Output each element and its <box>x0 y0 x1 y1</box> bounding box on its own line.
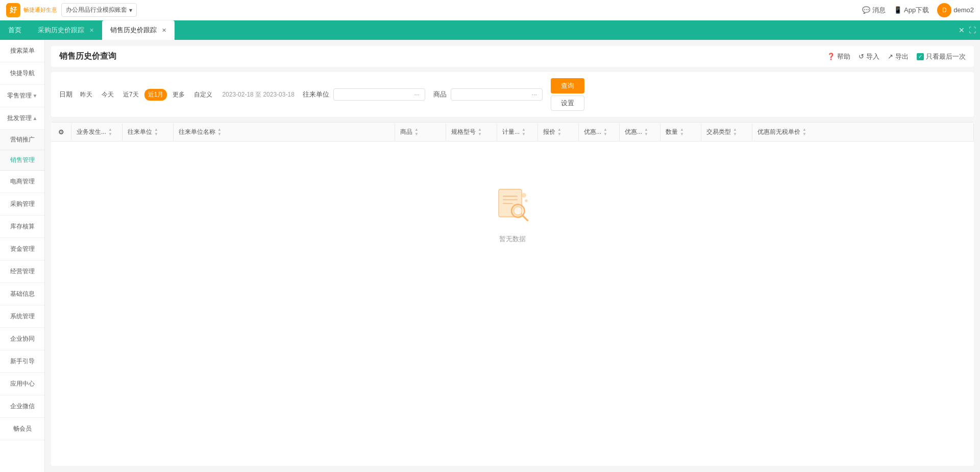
th-sort-spec: ▲ ▼ <box>478 128 482 136</box>
date-btn-yesterday[interactable]: 昨天 <box>77 89 96 101</box>
app-selector-label: 办公用品行业模拟账套 <box>66 6 127 14</box>
top-header: 好 畅捷通好生意 办公用品行业模拟账套 ▾ 💬 消息 📱 App下载 D dem… <box>0 0 980 20</box>
th-pretax-price[interactable]: 优惠前无税单价 ▲ ▼ <box>752 124 974 140</box>
tab-bar: 首页 采购历史价跟踪 ✕ 销售历史价跟踪 ✕ ✕ ⛶ <box>0 20 980 40</box>
sidebar-item-enterprise-coop[interactable]: 企业协同 <box>0 328 44 350</box>
tab-sales-history[interactable]: 销售历史价跟踪 ✕ <box>102 20 175 40</box>
sidebar-label-app-center: 应用中心 <box>10 380 35 388</box>
sidebar-item-ops[interactable]: 经营管理 <box>0 261 44 283</box>
dropdown-icon: ▾ <box>129 7 132 14</box>
sidebar-label-basic-info: 基础信息 <box>10 290 35 298</box>
import-label: 导入 <box>866 52 879 61</box>
sidebar-label-quick-nav: 快捷导航 <box>10 69 35 78</box>
help-btn[interactable]: ❓ 帮助 <box>827 52 850 61</box>
th-trade-type-label: 交易类型 <box>706 128 731 136</box>
th-unit[interactable]: 计量... ▲ ▼ <box>497 124 538 140</box>
th-business-date[interactable]: 业务发生... ▲ ▼ <box>71 124 122 140</box>
th-quote[interactable]: 报价 ▲ ▼ <box>538 124 579 140</box>
date-range-display: 2023-02-18 至 2023-03-18 <box>222 90 294 99</box>
sidebar-item-app-center[interactable]: 应用中心 <box>0 373 44 395</box>
th-quantity[interactable]: 数量 ▲ ▼ <box>660 124 701 140</box>
date-btn-1month[interactable]: 近1月 <box>144 89 167 101</box>
sidebar-item-purchase[interactable]: 采购管理 <box>0 193 44 216</box>
th-spec[interactable]: 规格型号 ▲ ▼ <box>446 124 497 140</box>
sidebar-item-wholesale-mgmt[interactable]: 批发管理 ▲ <box>0 107 44 130</box>
logo-icon: 好 <box>6 3 20 17</box>
th-sort-quantity: ▲ ▼ <box>680 128 684 136</box>
user-area[interactable]: D demo2 <box>937 3 974 17</box>
product-dots-btn[interactable]: ··· <box>532 91 537 98</box>
only-last-checkbox[interactable]: ✓ <box>917 53 924 60</box>
th-partner-code[interactable]: 往来单位 ▲ ▼ <box>122 124 174 140</box>
th-discount2[interactable]: 优惠... ▲ ▼ <box>620 124 660 140</box>
sidebar-label-wholesale-mgmt: 批发管理 <box>7 114 32 123</box>
page-content: 销售历史价查询 ❓ 帮助 ↺ 导入 ↗ 导出 ✓ <box>45 40 980 472</box>
message-btn[interactable]: 💬 消息 <box>862 6 886 15</box>
download-icon: 📱 <box>894 6 902 14</box>
sidebar-item-sys-mgmt[interactable]: 系统管理 <box>0 305 44 328</box>
sidebar-label-purchase: 采购管理 <box>10 200 35 208</box>
svg-point-7 <box>522 193 526 198</box>
tab-expand-icon[interactable]: ⛶ <box>969 26 976 34</box>
th-partner-name-label: 往来单位名称 <box>179 128 215 136</box>
sidebar-item-marketing[interactable]: 营销推广 <box>0 130 44 150</box>
query-button[interactable]: 查询 <box>551 78 584 93</box>
help-label: 帮助 <box>837 52 850 61</box>
sidebar-item-finance[interactable]: 资金管理 <box>0 238 44 261</box>
tab-close-purchase[interactable]: ✕ <box>89 27 94 34</box>
th-partner-code-label: 往来单位 <box>128 128 152 136</box>
export-btn[interactable]: ↗ 导出 <box>888 52 909 61</box>
app-selector[interactable]: 办公用品行业模拟账套 ▾ <box>61 3 137 17</box>
filter-row: 日期 昨天 今天 近7天 近1月 更多 自定义 2023-02-18 至 202… <box>59 78 966 111</box>
th-unit-label: 计量... <box>502 128 520 136</box>
th-sort-unit: ▲ ▼ <box>522 128 526 136</box>
sidebar-item-quick-nav[interactable]: 快捷导航 <box>0 62 44 85</box>
tab-close-sales[interactable]: ✕ <box>162 27 166 34</box>
partner-input[interactable]: ··· <box>333 88 425 101</box>
tab-purchase-history[interactable]: 采购历史价跟踪 ✕ <box>30 20 102 40</box>
sidebar-item-new-guide[interactable]: 新手引导 <box>0 350 44 373</box>
settings-button[interactable]: 设置 <box>551 96 584 111</box>
sidebar-item-retail-mgmt[interactable]: 零售管理 ▼ <box>0 85 44 107</box>
only-last-checkbox-group[interactable]: ✓ 只看最后一次 <box>917 52 966 61</box>
th-spec-label: 规格型号 <box>451 128 476 136</box>
date-btn-custom[interactable]: 自定义 <box>190 89 216 101</box>
sidebar-label-ecommerce: 电商管理 <box>10 177 35 186</box>
th-product[interactable]: 商品 ▲ ▼ <box>395 124 446 140</box>
sidebar-item-search-menu[interactable]: 搜索菜单 <box>0 40 44 62</box>
settings-gear-icon: ⚙ <box>58 128 64 136</box>
partner-label: 往来单位 <box>303 90 329 99</box>
th-sort-partner-code: ▲ ▼ <box>154 128 158 136</box>
date-btn-today[interactable]: 今天 <box>98 89 117 101</box>
th-quote-label: 报价 <box>543 128 555 136</box>
product-input[interactable]: ··· <box>451 88 543 101</box>
table-header: ⚙ 业务发生... ▲ ▼ 往来单位 ▲ ▼ <box>51 122 974 141</box>
partner-filter-group: 往来单位 ··· <box>303 88 425 101</box>
user-name: demo2 <box>953 6 974 14</box>
date-btn-7days[interactable]: 近7天 <box>119 89 142 101</box>
sidebar-item-enterprise-wechat[interactable]: 企业微信 <box>0 395 44 418</box>
sidebar-item-basic-info[interactable]: 基础信息 <box>0 283 44 305</box>
tab-close-all-icon[interactable]: ✕ <box>959 26 965 34</box>
app-download-btn[interactable]: 📱 App下载 <box>894 6 929 15</box>
sidebar-label-new-guide: 新手引导 <box>10 357 35 366</box>
table-container: ⚙ 业务发生... ▲ ▼ 往来单位 ▲ ▼ <box>51 122 974 466</box>
date-shortcuts: 昨天 今天 近7天 近1月 更多 自定义 <box>77 89 216 101</box>
filter-bar: 日期 昨天 今天 近7天 近1月 更多 自定义 2023-02-18 至 202… <box>51 72 974 117</box>
th-trade-type[interactable]: 交易类型 ▲ ▼ <box>701 124 752 140</box>
sidebar-item-sales-mgmt[interactable]: 销售管理 <box>0 150 44 171</box>
th-discount1[interactable]: 优惠... ▲ ▼ <box>579 124 620 140</box>
th-settings[interactable]: ⚙ <box>51 124 71 140</box>
date-btn-more[interactable]: 更多 <box>169 89 188 101</box>
import-btn[interactable]: ↺ 导入 <box>859 52 879 61</box>
tab-home[interactable]: 首页 <box>0 20 30 40</box>
sidebar-item-member[interactable]: 畅会员 <box>0 418 44 440</box>
partner-dots-btn[interactable]: ··· <box>414 91 420 98</box>
header-left: 好 畅捷通好生意 办公用品行业模拟账套 ▾ <box>6 3 137 17</box>
th-sort-trade-type: ▲ ▼ <box>733 128 737 136</box>
sidebar-label-inventory: 库存核算 <box>10 222 35 231</box>
sidebar-item-inventory[interactable]: 库存核算 <box>0 216 44 238</box>
sales-history-label: 销售历史价跟踪 <box>110 26 157 35</box>
th-partner-name[interactable]: 往来单位名称 ▲ ▼ <box>174 124 395 140</box>
sidebar-item-ecommerce[interactable]: 电商管理 <box>0 171 44 193</box>
